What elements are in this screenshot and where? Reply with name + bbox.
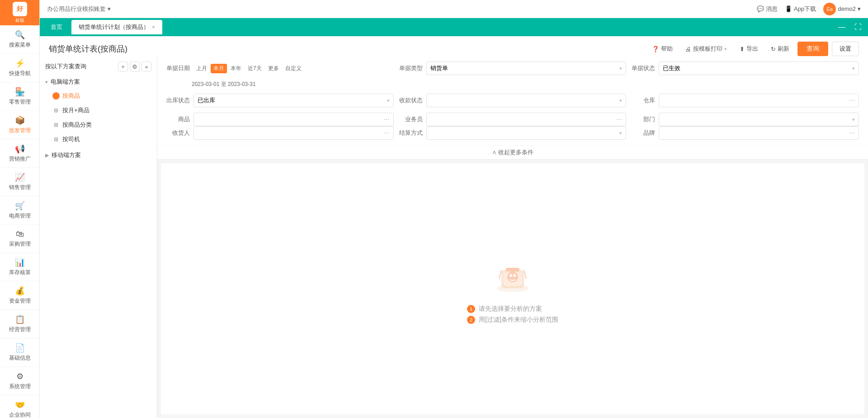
content-area: 销货单统计表(按商品) ❓ 帮助 🖨 按模板打印 ▾ ⬆ 导出 ↻ 刷新	[40, 36, 868, 418]
warehouse-status-control[interactable]: 已出库 ▾	[193, 94, 394, 107]
warehouse-control[interactable]: ···	[659, 94, 859, 107]
tab-sales-stats-label: 销货单统计计划（按商品）	[79, 23, 149, 31]
export-label: 导出	[746, 45, 758, 53]
tab-minimize-btn[interactable]: —	[835, 21, 848, 33]
tab-close-icon[interactable]: ×	[152, 24, 155, 30]
scheme-panel: 按以下方案查询 + ⚙ « ▾ 电脑端方案 按商品	[40, 56, 157, 418]
sidebar-item-wholesale[interactable]: 📦 批发管理	[0, 111, 40, 139]
date-chip-more[interactable]: 更多	[265, 64, 282, 73]
operations-icon: 📋	[15, 314, 25, 324]
collapse-filters-btn[interactable]: ∧ 收起更多条件	[157, 145, 868, 159]
doc-type-control[interactable]: 销货单 ▾	[426, 62, 627, 75]
warehouse-status-wrap: 出库状态 已出库 ▾	[166, 94, 394, 107]
user-menu[interactable]: Ea demo2 ▾	[823, 3, 861, 15]
goods-label: 商品	[166, 115, 190, 124]
sidebar-item-collab[interactable]: 🤝 企业协同	[0, 395, 40, 418]
date-chips-bar: 上月 本月 本年 近7天 更多 自定义	[193, 64, 304, 73]
date-field-label: 单据日期	[166, 64, 190, 72]
sidebar-item-purchase[interactable]: 🛍 采购管理	[0, 225, 40, 253]
sidebar-item-search[interactable]: 🔍 搜索菜单	[0, 25, 40, 54]
staff-dots-icon[interactable]: ···	[616, 115, 622, 124]
brand-label: 品牌	[632, 129, 655, 137]
tab-sales-stats[interactable]: 销货单统计计划（按商品） ×	[71, 20, 162, 34]
print-btn[interactable]: 🖨 按模板打印 ▾	[681, 43, 731, 55]
goods-dots-icon[interactable]: ···	[383, 115, 389, 124]
staff-control[interactable]: ···	[426, 113, 627, 126]
sidebar-item-operations[interactable]: 📋 经营管理	[0, 310, 40, 338]
date-chip-custom[interactable]: 自定义	[283, 64, 304, 73]
dept-caret: ▾	[852, 117, 855, 123]
sidebar-item-nav[interactable]: ⚡ 快捷导航	[0, 54, 40, 82]
sidebar-item-ecommerce[interactable]: 🛒 电商管理	[0, 196, 40, 225]
industry-selector[interactable]: 办公用品行业模拟账套 ▾	[47, 5, 111, 13]
app-download-btn[interactable]: 📱 App下载	[785, 5, 816, 13]
filter-row-1: 单据日期 上月 本月 本年 近7天 更多 自定义	[166, 62, 859, 75]
topbar-left: 办公用品行业模拟账套 ▾	[47, 5, 111, 13]
username-label: demo2	[838, 5, 856, 12]
sidebar-item-finance-label: 资金管理	[9, 297, 31, 305]
sidebar-item-system[interactable]: ⚙ 系统管理	[0, 367, 40, 395]
refresh-btn[interactable]: ↻ 刷新	[766, 43, 794, 55]
doc-type-wrap: 单据类型 销货单 ▾	[399, 62, 627, 75]
topbar-right: 💬 消息 📱 App下载 Ea demo2 ▾	[757, 3, 861, 15]
goods-control[interactable]: ···	[193, 113, 394, 126]
brand-wrap: 品牌 ···	[632, 126, 859, 140]
empty-step-1: 1 请先选择要分析的方案	[467, 305, 558, 313]
scheme-group-desktop: ▾ 电脑端方案 按商品 ⊞ 按月+商品 ⊞ 按商品分类	[40, 75, 157, 147]
basic-icon: 📄	[15, 343, 25, 353]
scheme-item-by-month-goods[interactable]: ⊞ 按月+商品	[40, 103, 157, 118]
sidebar-item-inventory[interactable]: 📊 库存核算	[0, 253, 40, 281]
scheme-item-by-goods[interactable]: 按商品	[40, 89, 157, 103]
scheme-group-desktop-header[interactable]: ▾ 电脑端方案	[40, 75, 157, 89]
settlement-wrap: 结算方式 ▾	[399, 126, 627, 140]
date-chip-7days[interactable]: 近7天	[245, 64, 264, 73]
svg-point-4	[509, 274, 512, 277]
receiver-label: 收货人	[166, 129, 190, 137]
scheme-config-btn[interactable]: ⚙	[130, 62, 140, 71]
payment-status-control[interactable]: ▾	[426, 94, 627, 107]
logo-text: 标版	[15, 17, 24, 24]
tab-expand-btn[interactable]: ⛶	[852, 21, 864, 33]
receiver-dots-icon[interactable]: ···	[383, 129, 389, 137]
brand-dots-icon[interactable]: ···	[849, 129, 855, 137]
query-btn[interactable]: 查询	[797, 42, 828, 56]
dept-control[interactable]: ▾	[659, 113, 859, 126]
scheme-item-by-driver[interactable]: ⊞ 按司机	[40, 132, 157, 147]
sidebar-item-finance[interactable]: 💰 资金管理	[0, 281, 40, 310]
warehouse-status-value: 已出库	[198, 96, 215, 104]
sidebar-item-purchase-label: 采购管理	[9, 240, 31, 248]
sidebar-item-retail[interactable]: 🏪 零售管理	[0, 82, 40, 111]
date-chip-this-year[interactable]: 本年	[228, 64, 244, 73]
help-btn[interactable]: ❓ 帮助	[647, 43, 677, 55]
date-chip-this-month[interactable]: 本月	[211, 64, 227, 73]
sidebar: 好 标版 🔍 搜索菜单 ⚡ 快捷导航 🏪 零售管理 📦 批发管理 📢 营销推广 …	[0, 0, 40, 418]
tab-home[interactable]: 首页	[43, 20, 70, 34]
message-btn[interactable]: 💬 消息	[757, 5, 778, 13]
scheme-group-mobile-header[interactable]: ▶ 移动端方案	[40, 148, 157, 162]
sidebar-item-basic[interactable]: 📄 基础信息	[0, 338, 40, 367]
settings-btn[interactable]: 设置	[832, 42, 859, 56]
brand-control[interactable]: ···	[659, 126, 859, 140]
sidebar-item-sales[interactable]: 📈 销售管理	[0, 168, 40, 196]
scheme-collapse-btn[interactable]: «	[142, 62, 151, 71]
sales-icon: 📈	[15, 172, 25, 182]
scheme-add-btn[interactable]: +	[118, 62, 128, 71]
help-label: 帮助	[661, 45, 673, 53]
doc-status-control[interactable]: 已生效 ▾	[659, 62, 859, 75]
sidebar-item-operations-label: 经营管理	[9, 326, 31, 333]
export-btn[interactable]: ⬆ 导出	[735, 43, 763, 55]
receiver-control[interactable]: ···	[193, 126, 394, 140]
scheme-item-grid-icon3: ⊞	[52, 136, 60, 143]
payment-status-label: 收款状态	[399, 96, 423, 104]
app-download-icon: 📱	[785, 5, 792, 12]
date-chip-last-month[interactable]: 上月	[193, 64, 210, 73]
empty-steps: 1 请先选择要分析的方案 2 用[过滤]条件来缩小分析范围	[467, 305, 558, 324]
scheme-item-by-category[interactable]: ⊞ 按商品分类	[40, 118, 157, 132]
message-icon: 💬	[757, 5, 764, 12]
sidebar-item-ecommerce-label: 电商管理	[9, 212, 31, 220]
finance-icon: 💰	[15, 286, 25, 296]
user-avatar: Ea	[823, 3, 836, 15]
sidebar-item-marketing[interactable]: 📢 营销推广	[0, 139, 40, 168]
settlement-control[interactable]: ▾	[426, 126, 627, 140]
warehouse-dots-icon[interactable]: ···	[849, 96, 855, 104]
